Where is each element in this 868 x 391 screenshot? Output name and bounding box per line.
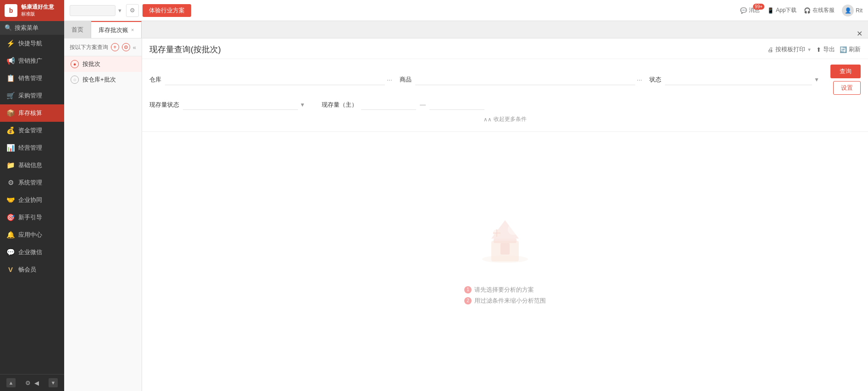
dropdown-arrow-icon: ▼ [117,8,122,13]
user-menu[interactable]: 👤 Rit [842,5,863,16]
sidebar-item-label: 营销推广 [18,57,42,65]
sidebar-footer: ▲ ⚙ ◀ ▼ [0,374,64,391]
warehouse-dots[interactable]: ··· [387,76,392,83]
tip-num-2: 2 [464,297,472,304]
sidebar-item-management[interactable]: 📊 经营管理 [0,139,64,157]
query-button[interactable]: 查询 [830,65,861,78]
trial-button[interactable]: 体验行业方案 [143,4,191,17]
plan-item-batch[interactable]: ● 按批次 [64,56,142,72]
sidebar-header: b 畅康通好生意 标准版 [0,0,64,21]
scroll-down-button[interactable]: ▼ [49,378,58,387]
app-edition: 标准版 [21,11,54,17]
online-service-button[interactable]: 🎧 在线客服 [804,6,835,14]
plan-item-warehouse-batch[interactable]: ○ 按仓库+批次 [64,72,142,87]
add-plan-button[interactable]: + [111,43,119,51]
messages-button[interactable]: 💬 消息 99+ [740,6,760,14]
sidebar-item-collab[interactable]: 🤝 企业协同 [0,191,64,209]
collapse-up-icon: ∧∧ [483,116,492,123]
sidebar-item-finance[interactable]: 💰 资金管理 [0,122,64,139]
empty-state: 1 请先选择要分析的方案 2 用过滤条件来缩小分析范围 [142,132,868,391]
app-download-button[interactable]: 📱 App下载 [767,6,797,14]
warehouse-input[interactable] [165,75,385,85]
export-label: 导出 [823,45,835,54]
topbar: ▼ ⚙ 体验行业方案 💬 消息 99+ 📱 App下载 🎧 在线客服 👤 Rit [64,0,868,21]
tab-home[interactable]: 首页 [64,21,91,38]
finance-icon: 💰 [6,126,15,135]
settings-footer-icon[interactable]: ⚙ [25,380,31,386]
tip-text-2: 用过滤条件来缩小分析范围 [474,297,546,305]
status-label: 状态 [649,76,661,84]
search-menu-item[interactable]: 🔍 搜索菜单 [0,21,64,35]
page-title: 现存量查询(按批次) [149,44,221,55]
breadcrumb: ▼ [70,5,122,16]
gear-button[interactable]: ⚙ [126,4,139,17]
filter-collapse-button[interactable]: ∧∧ 收起更多条件 [149,113,861,126]
sidebar-item-label: 企业协同 [18,196,42,204]
app-logo: b [5,4,17,17]
empty-tips: 1 请先选择要分析的方案 2 用过滤条件来缩小分析范围 [464,286,546,308]
quicknav-icon: ⚡ [6,39,15,48]
collapse-label: 收起更多条件 [494,115,527,123]
tip-num-1: 1 [464,286,472,293]
sidebar-item-basic[interactable]: 📁 基础信息 [0,157,64,174]
sidebar-item-appcenter[interactable]: 🔔 应用中心 [0,226,64,244]
product-dots[interactable]: ··· [637,76,643,83]
management-icon: 📊 [6,144,15,152]
plan-label-batch: 按批次 [82,60,100,68]
sidebar-item-label: 新手引导 [18,213,42,222]
sidebar-item-purchase[interactable]: 🛒 采购管理 [0,87,64,104]
search-menu-label: 搜索菜单 [15,24,38,32]
export-button[interactable]: ⬆ 导出 [816,45,835,54]
footer-icons: ⚙ ◀ [25,380,39,386]
inventory-status-arrow-icon: ▼ [300,102,305,108]
inventory-status-label: 现存量状态 [149,101,179,109]
sidebar-item-label: 畅会员 [18,266,36,274]
export-icon: ⬆ [816,46,821,53]
sidebar-item-label: 库存核算 [18,109,42,117]
svg-point-4 [508,224,519,235]
sidebar-item-sales[interactable]: 📋 销售管理 [0,70,64,87]
messages-badge: 99+ [753,4,764,10]
inventory-status-field: 现存量状态 ▼ [149,99,305,110]
empty-tip-2: 2 用过滤条件来缩小分析范围 [464,297,546,305]
tab-close-button[interactable]: × [131,27,134,33]
system-icon: ⚙ [6,179,15,187]
tab-inventory-batch[interactable]: 库存批次账 × [91,21,142,38]
sidebar-item-member[interactable]: V 畅会员 [0,261,64,278]
right-panel: 现存量查询(按批次) 🖨 按模板打印 ▼ ⬆ 导出 🔄 刷新 [142,38,868,391]
empty-illustration [478,216,533,275]
sidebar-item-quicknav[interactable]: ⚡ 快捷导航 [0,35,64,52]
sidebar-item-label: 经营管理 [18,144,42,152]
sidebar-item-system[interactable]: ⚙ 系统管理 [0,174,64,191]
left-panel: 按以下方案查询 + ⚙ « ● 按批次 ○ 按仓库+批次 [64,38,142,391]
sound-footer-icon[interactable]: ◀ [34,380,39,386]
sidebar-item-label: 采购管理 [18,92,42,100]
product-field: 商品 ··· [400,75,643,85]
topbar-search-input[interactable] [70,5,115,16]
scroll-up-button[interactable]: ▲ [6,378,16,387]
search-icon: 🔍 [5,24,12,31]
sidebar-item-marketing[interactable]: 📢 营销推广 [0,52,64,70]
sidebar-item-newbie[interactable]: 🎯 新手引导 [0,209,64,226]
tab-inventory-batch-label: 库存批次账 [99,26,128,34]
plan-settings-button[interactable]: ⚙ [122,43,130,51]
settings-button[interactable]: 设置 [833,81,861,95]
quantity-label: 现存量（主） [322,101,357,109]
tip-text-1: 请先选择要分析的方案 [474,286,534,294]
sidebar-item-label: 企业微信 [18,248,42,256]
quantity-max-input[interactable] [429,99,484,110]
print-button[interactable]: 🖨 按模板打印 ▼ [768,45,812,54]
quantity-field: 现存量（主） — [322,99,505,110]
collapse-panel-button[interactable]: « [133,44,136,51]
refresh-button[interactable]: 🔄 刷新 [840,45,861,54]
filter-actions: 查询 设置 [827,65,861,95]
status-select[interactable] [665,75,812,85]
message-icon: 💬 [740,7,747,14]
sidebar-item-wechat[interactable]: 💬 企业微信 [0,244,64,261]
sidebar-item-inventory[interactable]: 📦 库存核算 [0,104,64,122]
product-input[interactable] [415,75,635,85]
inventory-status-select[interactable] [183,99,298,110]
wechat-icon: 💬 [6,248,15,256]
tab-right-close-button[interactable]: ✕ [851,29,868,38]
quantity-min-input[interactable] [361,99,416,110]
